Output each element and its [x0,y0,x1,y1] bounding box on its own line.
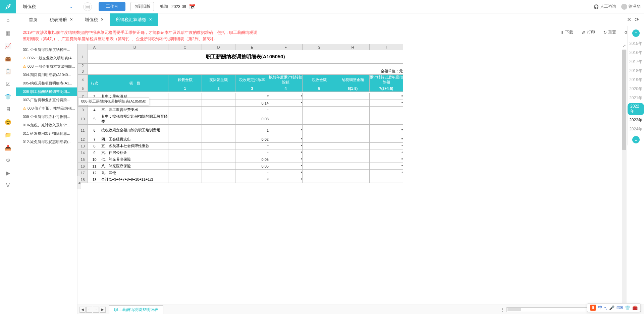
sogou-icon[interactable]: S [590,305,596,311]
splitter-icon[interactable]: ⋮ [500,307,504,312]
cell-v4[interactable]: * [269,176,303,183]
refresh-tab-icon[interactable]: ⟳ [635,16,639,23]
bag-icon[interactable]: 👜 [5,55,11,62]
ime-punct-icon[interactable]: •, [604,305,607,310]
cell-v2[interactable] [202,149,235,156]
cell-v4[interactable] [269,113,303,125]
cell-v1[interactable] [168,156,202,163]
cell-v1[interactable] [168,136,202,143]
row-header[interactable]: 15 [78,156,88,163]
cell-v2[interactable] [202,125,235,136]
year-item[interactable]: 2023年 [629,116,642,124]
cell-item[interactable]: 按税收规定全额扣除的职工培训费用 [101,125,168,136]
cell-v5[interactable] [303,125,336,136]
row-header[interactable]: 14 [78,149,88,156]
first-sheet-icon[interactable]: ◀ [79,307,86,313]
cell-v1[interactable] [168,100,202,107]
col-D[interactable]: D [202,44,235,50]
cell-v4[interactable]: * [269,156,303,163]
cell-item[interactable]: 四、工会经费支出 [101,136,168,143]
cell-v1[interactable] [168,143,202,149]
cell-item[interactable]: 八、补充医疗保险 [101,163,168,170]
cell-v4[interactable]: * [269,143,303,149]
chart-icon[interactable]: 📈 [5,42,11,49]
cell-v3[interactable]: 0.02 [235,136,269,143]
print-button[interactable]: 🖨打印 [582,29,595,35]
cell-rowno[interactable]: 10 [88,156,101,163]
year-item[interactable]: 2021年 [629,94,642,102]
col-I[interactable]: I [370,44,403,50]
cell-v2[interactable] [202,100,235,107]
cell-v6[interactable] [336,149,370,156]
row-header[interactable]: 17 [78,170,88,176]
user-menu[interactable]: 徐泽华 [621,4,641,10]
cell-v6[interactable] [336,125,370,136]
close-icon[interactable]: ✕ [101,17,104,22]
cell-v3[interactable]: 0.08 [235,113,269,125]
cell-v7[interactable]: * [370,156,403,163]
tax-type-selector[interactable]: 增值税 ⌄ [23,4,73,10]
row-header[interactable]: 10 [78,113,88,125]
tax-icon[interactable]: 😊 [5,119,11,125]
col-G[interactable]: G [303,44,336,50]
cell-v6[interactable] [336,163,370,170]
inbox-icon[interactable]: 📥 [5,144,11,151]
cell-v4[interactable]: * [269,163,303,170]
cell-v6[interactable] [336,170,370,176]
col-F[interactable]: F [269,44,303,50]
cell-v5[interactable] [303,149,336,156]
cell-rowno[interactable]: 8 [88,143,101,149]
ime-skin-icon[interactable]: 👕 [625,305,630,310]
scroll-down-years-icon[interactable]: ⌄ [632,136,640,143]
year-item[interactable]: 2016年 [629,49,642,57]
row-4[interactable]: 4 [78,75,88,85]
row-header[interactable]: 9 [78,107,88,113]
cell-v7[interactable]: * [370,93,403,100]
home-icon[interactable]: ⌂ [5,17,11,23]
cell-v5[interactable] [303,100,336,107]
cell-v2[interactable] [202,163,235,170]
ime-lang[interactable]: 中 [598,305,602,311]
cell-v6[interactable] [336,100,370,107]
cell-v6[interactable] [336,176,370,183]
cell-v1[interactable] [168,149,202,156]
tab-3[interactable]: 所得税汇算清缴✕ [110,13,158,26]
cell-rowno[interactable]: 5 [88,113,101,125]
cell-v7[interactable]: * [370,143,403,149]
cell-v2[interactable] [202,93,235,100]
download-button[interactable]: ⬇下载 [560,29,573,35]
consult-button[interactable]: 🎧 人工咨询 [594,4,616,9]
row-3[interactable]: 3 [78,68,88,75]
cell-rowno[interactable]: 4 [88,107,101,113]
vscroll-thumb[interactable] [622,50,626,150]
cell-v5[interactable] [303,107,336,113]
cell-v1[interactable] [168,107,202,113]
cell-v1[interactable] [168,176,202,183]
switch-old-version-button[interactable]: 切到旧版 [130,2,154,11]
cell-v7[interactable]: * [370,125,403,136]
cell-v5[interactable] [303,170,336,176]
ime-toolbar[interactable]: S 中 •, 🎤 ⌨ 👕 🧰 [587,303,641,312]
cell-v1[interactable] [168,125,202,136]
year-item[interactable]: 2019年 [629,76,642,84]
gear-icon[interactable]: ⚙ [5,157,11,164]
cell-rowno[interactable]: 11 [88,163,101,170]
collapse-form-list-handle[interactable]: ◀ [77,176,81,189]
cell-v3[interactable]: * [235,170,269,176]
cell-rowno[interactable]: 9 [88,149,101,156]
cell-v6[interactable] [336,156,370,163]
vertical-scrollbar[interactable] [622,50,627,304]
reset-button[interactable]: ↻重置 [603,29,616,35]
ime-keyboard-icon[interactable]: ⌨ [616,305,623,310]
cell-v6[interactable] [336,113,370,125]
checklist-icon[interactable]: ☑ [5,80,11,87]
cell-v3[interactable]: * [235,107,269,113]
cell-item[interactable]: 九、其他 [101,170,168,176]
last-sheet-icon[interactable]: ▶ [100,307,106,313]
cell-v3[interactable]: 0.14 [235,100,269,107]
year-item[interactable]: 2022年 [628,103,644,115]
cell-v6[interactable] [336,143,370,149]
cell-v7[interactable]: * [370,100,403,107]
year-item[interactable]: 2020年 [629,85,642,93]
cell-v2[interactable] [202,176,235,183]
